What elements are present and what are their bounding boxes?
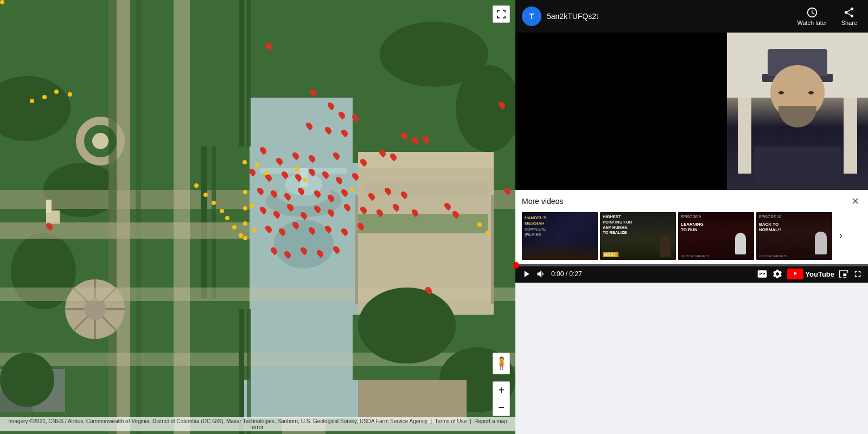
svg-rect-10 [46, 200, 52, 213]
close-button[interactable]: ✕ [848, 195, 861, 208]
map-pin-yellow[interactable] [194, 183, 199, 188]
miniplayer-icon [839, 269, 848, 279]
thumb-figure-2 [660, 235, 671, 257]
youtube-logo-button[interactable]: YouTube [787, 269, 834, 279]
svg-point-38 [84, 298, 106, 320]
thumb-channel-4: UNITCH TARGETS [759, 254, 787, 258]
svg-point-46 [0, 353, 54, 407]
svg-rect-53 [358, 380, 467, 423]
map-zoom-in-button[interactable]: + [493, 381, 510, 399]
thumbnails-next-arrow[interactable] [834, 229, 847, 242]
map-pin-yellow[interactable] [42, 95, 47, 99]
person-icon: 🧍 [494, 356, 509, 371]
thumbnail-3[interactable]: EPISODE 9 LEARNINGTO RUN UNITCH TARGETS [678, 212, 754, 260]
person-hoodie [754, 146, 841, 190]
map-pin-yellow[interactable] [303, 178, 307, 182]
volume-icon [536, 269, 547, 279]
map-pin-yellow[interactable] [243, 236, 247, 240]
map-pin-yellow[interactable] [295, 167, 299, 171]
youtube-header: T 5an2kTUFQs2t Watch later Share [515, 0, 868, 33]
progress-dot[interactable] [513, 262, 519, 269]
map-pin-yellow[interactable] [250, 203, 254, 208]
share-label: Share [841, 20, 857, 26]
map-person-button[interactable]: 🧍 [493, 353, 510, 374]
map-pin-yellow[interactable] [350, 187, 354, 192]
map-pin-yellow[interactable] [203, 193, 208, 197]
watch-later-icon [806, 7, 818, 18]
chevron-right-icon [837, 232, 845, 240]
svg-rect-39 [174, 0, 190, 434]
subtitles-button[interactable] [757, 269, 768, 279]
thumbnail-2[interactable]: HIGHESTPOINTING FORANY HUMANTO REALIZE M… [600, 212, 676, 260]
map-pin-yellow[interactable] [0, 0, 4, 4]
map-pin-yellow[interactable] [232, 225, 237, 229]
map-pin-yellow[interactable] [255, 163, 259, 167]
settings-icon [772, 269, 783, 279]
map-pin-yellow[interactable] [243, 190, 247, 194]
video-black-bg [515, 33, 727, 190]
svg-rect-54 [358, 214, 488, 233]
player-controls: 0:00 / 0:27 YouTube [515, 266, 868, 283]
map-container[interactable]: 🧍 + − Imagery ©2021, CNES / Airbus, Comm… [0, 0, 515, 434]
watch-later-button[interactable]: Watch later [793, 4, 831, 28]
map-pin-yellow[interactable] [68, 92, 72, 97]
play-icon [521, 269, 532, 279]
more-videos-title: More videos [522, 197, 563, 206]
map-background [0, 0, 515, 434]
thumbnail-1[interactable]: HANDEL'SMESSIAHCOMPLETE|FILM HD [522, 212, 598, 260]
terms-link[interactable]: Terms of Use [435, 418, 467, 424]
map-pin-yellow[interactable] [239, 233, 243, 238]
youtube-icon [787, 269, 803, 279]
thumb-channel-3: UNITCH TARGETS [681, 254, 709, 258]
map-attribution: Imagery ©2021, CNES / Airbus, Commonweal… [0, 417, 515, 431]
map-pin-yellow[interactable] [252, 228, 257, 232]
map-pin-yellow[interactable] [212, 201, 216, 205]
thumb-episode-4: EPISODE 10 [759, 214, 781, 219]
person-eye-right [808, 91, 814, 94]
play-button[interactable] [521, 269, 532, 279]
thumbnails-row: HANDEL'SMESSIAHCOMPLETE|FILM HD HIGHESTP… [522, 212, 861, 260]
time-display: 0:00 / 0:27 [551, 270, 582, 278]
map-fullscreen-button[interactable] [493, 5, 510, 23]
youtube-video-area[interactable] [515, 33, 868, 190]
map-pin-yellow[interactable] [30, 99, 34, 103]
share-button[interactable]: Share [837, 4, 861, 28]
more-videos-header: More videos ✕ [522, 195, 861, 208]
person-face [727, 33, 868, 190]
svg-rect-12 [136, 0, 141, 434]
map-pin-yellow[interactable] [486, 231, 490, 235]
subtitles-icon [757, 269, 768, 279]
map-pin-yellow[interactable] [220, 209, 224, 213]
map-pin-yellow[interactable] [243, 221, 247, 226]
map-pin-yellow[interactable] [243, 206, 247, 210]
fullscreen-icon [853, 269, 863, 279]
thumb-figure-4 [815, 232, 827, 254]
thumb-title-2: HIGHESTPOINTING FORANY HUMANTO REALIZE [603, 214, 673, 235]
map-pin-yellow[interactable] [242, 160, 247, 164]
progress-bar-area[interactable] [515, 264, 868, 266]
share-icon [843, 7, 855, 18]
progress-track[interactable] [515, 264, 868, 266]
thumbnail-4[interactable]: EPISODE 10 BACK TONORMAL!! UNITCH TARGET… [756, 212, 832, 260]
miniplayer-button[interactable] [839, 269, 848, 279]
person-eye-left [778, 91, 784, 94]
channel-avatar[interactable]: T [522, 7, 541, 26]
youtube-play-icon [790, 270, 801, 277]
settings-button[interactable] [772, 269, 783, 279]
fullscreen-button[interactable] [853, 269, 863, 279]
map-pin-yellow[interactable] [225, 216, 229, 220]
thumb-figure-3 [735, 233, 746, 254]
youtube-bottom-area [515, 283, 868, 434]
youtube-panel: T 5an2kTUFQs2t Watch later Share [515, 0, 868, 434]
svg-rect-49 [239, 309, 244, 434]
svg-rect-48 [247, 0, 251, 146]
svg-rect-21 [361, 168, 491, 182]
thumb-badge-2: MOOJI [603, 252, 618, 257]
watch-later-label: Watch later [797, 20, 827, 26]
map-pin-yellow[interactable] [477, 222, 482, 227]
map-pin-yellow[interactable] [54, 90, 59, 94]
map-zoom-out-button[interactable]: − [493, 399, 510, 416]
map-pin-yellow[interactable] [264, 171, 269, 175]
thumb-episode-3: EPISODE 9 [681, 214, 701, 219]
volume-button[interactable] [536, 269, 547, 279]
